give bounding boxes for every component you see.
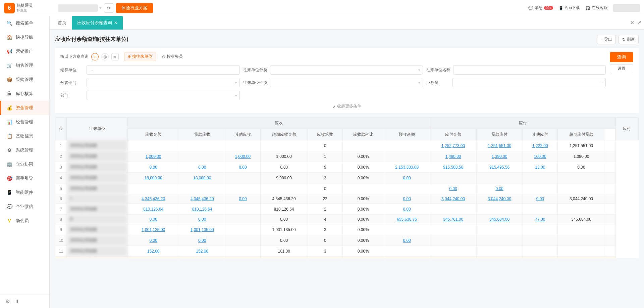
row-ar-other[interactable]: 1,000.00 (225, 151, 261, 162)
row-ar-other[interactable]: 0.00 (225, 194, 261, 204)
row-ap-amount[interactable]: 3,044,240.00 (430, 194, 476, 204)
sidebar-item-quick-nav[interactable]: 🏠 快捷导航 (0, 30, 49, 44)
row-ap-loan[interactable]: 915,495.56 (476, 162, 523, 173)
messages-item[interactable]: 💬 消息 99+ (528, 5, 553, 11)
salesperson-input[interactable]: ··· (452, 78, 606, 87)
sidebar-item-smart-hw[interactable]: 📱 智能硬件 (0, 185, 49, 200)
row-ap-amount[interactable]: 1,490.00 (430, 151, 476, 162)
row-ar-prepay (384, 246, 430, 257)
row-ar-amount[interactable]: 0.00 (128, 162, 179, 173)
sidebar-item-operation[interactable]: 📊 经营管理 (0, 115, 49, 129)
row-ar-loan[interactable]: 0.00 (179, 235, 225, 246)
filter-add-button[interactable]: + (91, 53, 99, 60)
tab-ar-ap[interactable]: 应收应付余额查询 ✕ (72, 16, 123, 30)
row-ar-amount[interactable]: 1,001,135.00 (128, 224, 179, 235)
query-button[interactable]: 查询 (610, 52, 633, 62)
refresh-button[interactable]: ↻ 刷新 (619, 35, 639, 44)
dept-input[interactable]: ▾ (87, 78, 240, 87)
sidebar-item-search-menu[interactable]: 🔍 搜索菜单 (0, 16, 49, 30)
sidebar-item-system[interactable]: ⚙ 系统管理 (0, 143, 49, 157)
row-ar-prepay[interactable]: 2,153,333.00 (384, 162, 430, 173)
row-ar-prepay[interactable]: 0.00 (384, 204, 430, 215)
row-ar-prepay[interactable]: 0.00 (384, 173, 430, 183)
sidebar-item-sales[interactable]: 🛒 销售管理 (0, 58, 49, 73)
counterparty-name-label: 往来单位名称 (426, 67, 450, 73)
salesperson-label: 业务员 (426, 80, 450, 86)
sidebar-item-basic-info[interactable]: 📋 基础信息 (0, 129, 49, 143)
row-ap-loan[interactable]: 3,044,240.00 (476, 194, 523, 204)
row-ap-other[interactable]: 1,222.00 (523, 140, 558, 151)
footer-ar-ratio: 100.00% (343, 257, 384, 259)
row-ar-amount[interactable]: 4,345,436.20 (128, 194, 179, 204)
row-ar-prepay[interactable]: 655,636.75 (384, 215, 430, 224)
row-ar-loan[interactable]: 1,001,135.00 (179, 224, 225, 235)
tab-close-window-icon[interactable]: ✕ (630, 19, 634, 26)
sidebar-item-purchase[interactable]: 📦 采购管理 (0, 73, 49, 87)
user-info[interactable] (613, 4, 640, 12)
row-ar-prepay[interactable]: 0.00 (384, 194, 430, 204)
row-ap-other[interactable]: 100.00 (523, 151, 558, 162)
sidebar-item-enterprise[interactable]: 🏢 企业协同 (0, 157, 49, 171)
collapse-more-button[interactable]: ∧ 收起更多条件 (60, 103, 633, 109)
row-ap-other[interactable]: 0.00 (523, 194, 558, 204)
table-settings-header[interactable]: ⚙ (55, 118, 67, 140)
row-ar-loan[interactable]: 4,345,436.20 (179, 194, 225, 204)
row-ap-loan[interactable]: 1,390.00 (476, 151, 523, 162)
row-ap-overdue: 345,684.00 (558, 215, 605, 224)
counterparty-name-input[interactable] (453, 65, 606, 75)
filter-settings-button[interactable]: ◎ (101, 53, 109, 60)
row-ar-amount[interactable]: 0.00 (128, 215, 179, 224)
row-ap-amount[interactable]: 915,508.56 (430, 162, 476, 173)
sidebar-item-member[interactable]: V 畅会员 (0, 214, 49, 228)
row-ap-amount[interactable]: 345,761.00 (430, 215, 476, 224)
row-ar-amount[interactable]: 810,126.64 (128, 204, 179, 215)
row-ar-other[interactable]: 0.00 (225, 162, 261, 173)
tab-home[interactable]: 首页 (52, 16, 72, 30)
gear-button[interactable]: ⚙ (104, 3, 113, 13)
sidebar-item-marketing[interactable]: 📢 营销推广 (0, 44, 49, 58)
industry-solution-button[interactable]: 体验行业方案 (116, 3, 153, 13)
row-ar-loan[interactable]: 18,000.00 (179, 173, 225, 183)
filter-scheme-counterparty[interactable]: ⊕ 按往来单位 (124, 52, 156, 61)
settlement-unit-input[interactable]: ··· (87, 65, 240, 75)
export-icon: ↑ (601, 37, 603, 42)
online-service-item[interactable]: 🎧 在线客服 (585, 5, 608, 11)
row-ar-loan[interactable]: 0.00 (179, 162, 225, 173)
download-icon: 📱 (558, 6, 564, 10)
row-ap-other[interactable]: 13.00 (523, 162, 558, 173)
row-ap-loan (476, 173, 523, 183)
table-container[interactable]: ⚙ 往来单位 应收 应付 应付 应收金额 贷款应收 其他应收 超期应收金额 (55, 117, 639, 258)
row-ap-loan[interactable]: 1,251,551.00 (476, 140, 523, 151)
department-input[interactable]: ▾ (87, 91, 240, 100)
row-ap-loan[interactable]: 345,684.00 (476, 215, 523, 224)
sidebar-item-guide[interactable]: 🎯 新手引导 (0, 171, 49, 185)
filter-scheme-salesperson[interactable]: ⊙ 按业务员 (159, 52, 186, 61)
counterparty-category-input[interactable]: ▾ (270, 65, 423, 75)
collapse-icon[interactable]: ⏸ (14, 299, 19, 305)
row-ar-prepay[interactable]: 0.00 (384, 235, 430, 246)
row-ap-loan[interactable]: 0.00 (476, 183, 523, 194)
row-ar-amount[interactable]: 0.00 (128, 235, 179, 246)
row-ar-amount[interactable]: 18,000.00 (128, 173, 179, 183)
row-ar-loan[interactable]: 810,126.64 (179, 204, 225, 215)
row-ar-amount[interactable]: 1,000.00 (128, 151, 179, 162)
row-ar-loan[interactable]: 152.00 (179, 246, 225, 257)
footer-ar-prepay[interactable]: 6,417,215.... (384, 257, 430, 259)
sidebar-item-inventory[interactable]: 🏛 库存核算 (0, 87, 49, 101)
row-ap-amount[interactable]: 0.00 (430, 183, 476, 194)
tab-close-icon[interactable]: ✕ (114, 16, 117, 30)
sidebar-item-finance[interactable]: 💰 资金管理 (0, 101, 49, 115)
tab-fullscreen-icon[interactable]: ⤢ (637, 19, 641, 26)
counterparty-nature-input[interactable]: ▾ (270, 78, 423, 87)
app-download-item[interactable]: 📱 App下载 (558, 5, 580, 11)
footer-ar-amount[interactable]: 19,553,472,6... (128, 257, 179, 259)
row-ar-loan[interactable]: 0.00 (179, 215, 225, 224)
row-ap-other[interactable]: 77.00 (523, 215, 558, 224)
settings-bottom-icon[interactable]: ⚙ (5, 298, 10, 305)
row-ap-amount[interactable]: 1,252,773.00 (430, 140, 476, 151)
export-button[interactable]: ↑ 导出 (597, 35, 616, 44)
settings-button2[interactable]: 设置 (610, 64, 633, 73)
sidebar-item-wechat[interactable]: 💬 企业微信 (0, 200, 49, 214)
row-ar-amount[interactable]: 152.00 (128, 246, 179, 257)
filter-collapse-button[interactable]: « (111, 53, 119, 60)
